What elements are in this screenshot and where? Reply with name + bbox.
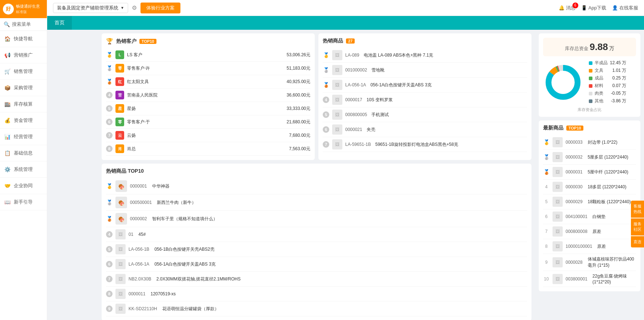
donut-chart [543, 62, 583, 103]
legend-item: 成品 0.25 万 [589, 75, 626, 81]
online-service-btn[interactable]: 👤 在线客服 [612, 5, 638, 11]
trial-button[interactable]: 体验行业方案 [140, 3, 180, 13]
system-icon: ⚙️ [4, 166, 11, 173]
product-name: 59651-1B旋转投影灯电池盒ABS黑色+58克 [375, 141, 527, 148]
product-code: 000800005 [345, 112, 367, 117]
sidebar-item-finance[interactable]: 💰 资金管理 [0, 112, 47, 129]
product-img-placeholder: 🖼 [332, 124, 342, 135]
hot-product-item: 4 🖼 01 45# [106, 227, 527, 242]
legend-name: 文具 [595, 67, 610, 74]
sidebar-logo[interactable]: 好 畅捷通好生意 标准版 [0, 0, 47, 18]
legend-dot [589, 84, 592, 88]
sidebar-item-cooperation[interactable]: 🤝 企业协同 [0, 178, 47, 194]
product-name: 18多层 (1220*2440) [588, 184, 636, 190]
image-icon: 🖼 [555, 260, 560, 265]
latest-product-item: 7 🖼 000800008 原差 [543, 224, 636, 239]
rank-num: 8 [106, 291, 113, 297]
customer-value: 33,333.00元 [287, 106, 310, 112]
latest-product-item: 10 🖼 003800001 22g鱼豆腐·烧烤味 (1*12*20) [543, 271, 636, 287]
product-name: 雪地靴 [371, 67, 527, 73]
mobile-icon: 📱 [581, 5, 587, 11]
customer-avatar: 肖 [115, 144, 124, 153]
sidebar-item-operations[interactable]: 📊 经营管理 [0, 129, 47, 145]
product-code: LA-056-1A [345, 82, 366, 87]
customer-value: 7,680.00元 [289, 132, 310, 139]
product-code: 0000028 [566, 260, 583, 265]
nav-tabs: 首页 [47, 16, 644, 30]
sidebar-item-sales[interactable]: 🛒 销售管理 [0, 63, 47, 80]
direct-connect-btn[interactable]: 直连 [631, 236, 644, 247]
product-img-placeholder: 🖼 [332, 65, 342, 75]
product-code: 000800008 [566, 229, 587, 234]
rank-num: 10 [543, 276, 550, 282]
product-name: 056-1B白色按键开关壳ABS2壳 [154, 246, 214, 253]
product-name: 中华神器 [152, 183, 170, 189]
legend-value: 1.01 万 [612, 67, 627, 74]
product-code: NB2.0X30B [129, 276, 151, 282]
product-code: 001000002 [345, 67, 367, 73]
search-menu[interactable]: 🔍 搜索菜单 [0, 18, 47, 31]
cooperation-icon: 🤝 [4, 182, 11, 189]
image-icon: 🖼 [118, 306, 123, 311]
rank-num: 6 [106, 261, 113, 267]
customer-avatar: L [115, 50, 124, 59]
legend-dot [589, 77, 592, 80]
customer-top10-card: 🏆 热销客户 TOP10 🥇 L LS 客户 53,006.26元 🥈 零 零售… [102, 33, 315, 160]
product-img-placeholder: 🖼 [332, 110, 342, 120]
customer-name: 星扬 [127, 106, 284, 112]
latest-badge: TOP10 [566, 126, 583, 131]
settings-icon[interactable]: ⚙ [132, 4, 137, 11]
image-icon: 🖼 [555, 276, 560, 282]
product-code: 0000033 [566, 140, 583, 145]
rank-medal: 🥉 [106, 216, 113, 222]
hot-products-list: 🥇 🍖 0000001 中华神器 🥈 🍖 000500001 新西兰牛肉（新牛）… [106, 178, 527, 316]
service-community-btn[interactable]: 服务社区 [631, 218, 644, 235]
customer-avatar: 红 [115, 77, 124, 86]
app-download-btn[interactable]: 📱 App下载 [581, 5, 606, 11]
finance-icon: 💰 [4, 117, 11, 124]
legend-item: 肉类 -0.05 万 [589, 90, 626, 97]
customer-name: 苦南县人民医院 [127, 92, 284, 98]
hot-product-item: 5 🖼 LA-056-1B 056-1B白色按键开关壳ABS2壳 [106, 242, 527, 257]
inventory-card: 库存总资金 9.88 万 [539, 33, 640, 117]
product-img-placeholder: 🖼 [332, 50, 342, 60]
service-icon: 👤 [612, 5, 618, 11]
sidebar-item-basic-info[interactable]: 📋 基础信息 [0, 145, 47, 161]
hot-product-item: 6 🖼 LA-056-1A 056-1A白色按键开关盖ABS 3克 [106, 257, 527, 272]
purchase-icon: 📦 [4, 84, 11, 91]
hot-right-item: 4 🖼 0000017 10S 变料罗浆 [323, 93, 527, 107]
notifications-btn[interactable]: 🔔 消息 6 [559, 5, 575, 11]
customer-name: 红太阳文具 [127, 79, 284, 85]
legend-value: -3.86 万 [611, 98, 627, 104]
image-icon: 🖼 [555, 169, 560, 175]
product-name: 夹壳 [367, 127, 527, 133]
sidebar-item-inventory[interactable]: 🏬 库存核算 [0, 96, 47, 112]
sidebar-item-guide[interactable]: 📖 新手引导 [0, 194, 47, 210]
rank-num: 7 [106, 276, 113, 282]
system-select[interactable]: 装备及固定资产辅助管理系统 ▼ [53, 3, 128, 13]
sidebar-item-system[interactable]: ⚙️ 系统管理 [0, 161, 47, 178]
customer-name: 云扬 [127, 132, 286, 139]
product-code: 0000021 [345, 127, 362, 132]
hot-right-badge: 27 [346, 38, 355, 44]
image-icon: 🖼 [555, 199, 560, 204]
product-name: 原差 [592, 229, 636, 235]
hot-right-item: 6 🖼 0000021 夹壳 [323, 122, 527, 137]
product-name: 白钢垫 [592, 214, 636, 220]
rank-medal: 🥉 [543, 169, 550, 175]
home-icon: 🏠 [4, 35, 11, 42]
product-name: 新西兰牛肉（新牛） [157, 200, 196, 206]
hot-product-item: 🥉 🍖 0000002 智利车子里（规格不知道填什么） [106, 211, 527, 227]
hot-right-item: 🥇 🖼 LA-089 电池盖 LA-089 ABS本色+黑种 7.1克 [323, 48, 527, 63]
sidebar-item-marketing[interactable]: 📢 营销推广 [0, 47, 47, 63]
legend-value: 12.45 万 [610, 60, 626, 66]
customer-service-btn[interactable]: 客服热线 [631, 201, 644, 218]
sidebar-item-quicknav[interactable]: 🏠 快捷导航 [0, 31, 47, 47]
product-name: 2.0X30MM双搓花轴,搓花直径2.1MM/ROHS [156, 276, 241, 282]
sidebar-item-purchase[interactable]: 📦 采购管理 [0, 80, 47, 96]
tab-home[interactable]: 首页 [47, 16, 72, 30]
customer-avatar: 星 [115, 104, 124, 113]
notification-badge: 6 [572, 3, 578, 8]
product-code: 0000002 [130, 216, 147, 221]
left-panel [47, 30, 98, 320]
